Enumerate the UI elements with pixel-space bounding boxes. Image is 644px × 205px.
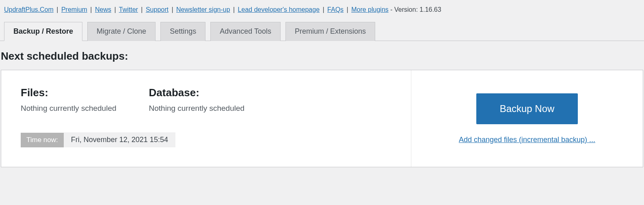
files-label: Files: — [21, 86, 117, 99]
time-now-value: Fri, November 12, 2021 15:54 — [64, 132, 175, 147]
database-status: Nothing currently scheduled — [149, 104, 245, 113]
link-twitter[interactable]: Twitter — [119, 6, 138, 13]
database-schedule-block: Database: Nothing currently scheduled — [149, 86, 245, 113]
tab-backup-restore[interactable]: Backup / Restore — [4, 22, 82, 41]
link-premium[interactable]: Premium — [61, 6, 87, 13]
tab-advanced-tools[interactable]: Advanced Tools — [210, 22, 281, 41]
link-newsletter[interactable]: Newsletter sign-up — [176, 6, 230, 13]
files-status: Nothing currently scheduled — [21, 104, 117, 113]
tab-premium-extensions[interactable]: Premium / Extensions — [285, 22, 375, 41]
link-lead-developer[interactable]: Lead developer's homepage — [238, 6, 320, 13]
tab-settings[interactable]: Settings — [160, 22, 205, 41]
schedule-panel: Files: Nothing currently scheduled Datab… — [1, 70, 643, 167]
section-heading: Next scheduled backups: — [1, 41, 644, 70]
schedule-row: Files: Nothing currently scheduled Datab… — [21, 86, 391, 113]
link-support[interactable]: Support — [146, 6, 169, 13]
panel-right: Backup Now Add changed files (incrementa… — [411, 70, 643, 167]
tab-migrate-clone[interactable]: Migrate / Clone — [87, 22, 156, 41]
database-label: Database: — [149, 86, 245, 99]
files-schedule-block: Files: Nothing currently scheduled — [21, 86, 117, 113]
version-text: - Version: 1.16.63 — [390, 6, 441, 13]
time-now-row: Time now: Fri, November 12, 2021 15:54 — [21, 132, 391, 147]
time-now-label: Time now: — [21, 133, 64, 147]
link-updraftplus[interactable]: UpdraftPlus.Com — [4, 6, 54, 13]
link-faqs[interactable]: FAQs — [327, 6, 344, 13]
backup-now-button[interactable]: Backup Now — [476, 93, 578, 124]
top-links-bar: UpdraftPlus.Com | Premium | News | Twitt… — [0, 0, 644, 22]
link-news[interactable]: News — [95, 6, 111, 13]
tabs-nav: Backup / Restore Migrate / Clone Setting… — [0, 22, 644, 41]
link-more-plugins[interactable]: More plugins — [351, 6, 389, 13]
panel-left: Files: Nothing currently scheduled Datab… — [1, 70, 411, 167]
incremental-backup-link[interactable]: Add changed files (incremental backup) .… — [459, 136, 595, 144]
